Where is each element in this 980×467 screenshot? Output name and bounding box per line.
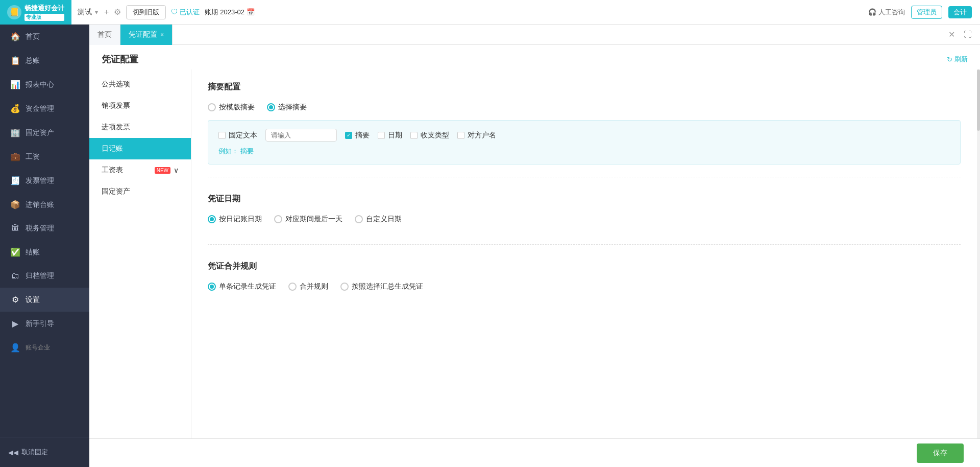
voucher-date-title: 凭证日期 [208,194,961,204]
page-header: 凭证配置 ↻ 刷新 [89,45,980,69]
tax-icon: 🏛 [10,224,20,233]
bottom-bar: 保存 [89,438,980,467]
headset-icon: 🎧 [868,8,876,16]
add-icon[interactable]: + [104,8,109,17]
payroll-icon: 💼 [10,152,20,161]
refresh-icon: ↻ [947,56,952,63]
left-nav-item-public[interactable]: 公共选项 [89,74,191,95]
refresh-btn[interactable]: ↻ 刷新 [947,55,968,64]
left-nav-item-fixed-assets[interactable]: 固定资产 [89,181,191,202]
radio-by-select-summary[interactable]: 按照选择汇总生成凭证 [340,282,423,291]
sidebar-bottom: ◀◀ 取消固定 [0,437,89,467]
sidebar-item-funds[interactable]: 💰 资金管理 [0,97,89,121]
sales-icon: 📦 [10,200,20,209]
checkbox-date[interactable]: 日期 [378,131,402,140]
radio-last-day[interactable]: 对应期间最后一天 [274,215,342,224]
checkbox-counterpart[interactable]: 对方户名 [457,131,496,140]
settings-sidebar-icon: ⚙ [10,295,20,305]
left-nav-item-journal[interactable]: 日记账 [89,138,191,159]
scrollbar-thumb [977,69,980,131]
sidebar-item-sales[interactable]: 📦 进销台账 [0,193,89,217]
sidebar-item-assets[interactable]: 🏢 固定资产 [0,121,89,145]
cancel-fixed-btn[interactable]: ◀◀ 取消固定 [0,442,89,462]
radio-by-select-circle [340,283,349,291]
radio-single-circle [208,283,216,291]
sidebar-item-tax[interactable]: 🏛 税务管理 [0,217,89,240]
checkbox-fixed-text[interactable]: 固定文本 [218,131,257,140]
left-nav-item-purchase-invoice[interactable]: 进项发票 [89,116,191,138]
example-text: 例如： 摘要 [218,147,950,156]
voucher-merge-title: 凭证合并规则 [208,261,961,272]
radio-last-day-circle [274,215,282,223]
logo-text: 畅捷通好会计 专业版 [24,4,64,21]
sidebar-item-home[interactable]: 🏠 首页 [0,25,89,49]
voucher-merge-section: 凭证合并规则 单条记录生成凭证 合并规则 [208,261,961,312]
checkbox-income-type[interactable]: 收支类型 [410,131,449,140]
content-area: 首页 凭证配置 × ✕ ⛶ 凭证配置 ↻ 刷新 [89,25,980,467]
voucher-merge-radio-group: 单条记录生成凭证 合并规则 按照选择汇总生成凭证 [208,282,961,291]
checkbox-summary[interactable]: ✓ 摘要 [345,131,370,140]
close-window-btn[interactable]: ✕ [945,29,958,41]
tab-controls: ✕ ⛶ [945,29,980,41]
user-btn[interactable]: 管理员 [911,6,942,19]
tab-close-icon[interactable]: × [160,31,164,38]
topbar: 📒 畅捷通好会计 专业版 测试 ▾ + ⚙ 切到旧版 🛡 已认证 账期 2023… [0,0,980,25]
account-period: 账期 2023-02 📅 [205,8,255,17]
save-button[interactable]: 保存 [917,443,964,463]
radio-by-journal[interactable]: 按日记账日期 [208,215,262,224]
archive-icon: 🗂 [10,271,20,281]
left-nav-item-payroll-table[interactable]: 工资表 NEW ∨ [89,159,191,181]
topbar-actions: + ⚙ 切到旧版 🛡 已认证 账期 2023-02 📅 [104,5,255,19]
summary-config-title: 摘要配置 [208,82,961,92]
sidebar-item-archive[interactable]: 🗂 归档管理 [0,264,89,288]
settings-icon[interactable]: ⚙ [114,7,121,17]
role-btn[interactable]: 会计 [948,6,972,18]
main-layout: 🏠 首页 📋 总账 📊 报表中心 💰 资金管理 🏢 固定资产 💼 工资 [0,25,980,467]
right-panel-scrollbar[interactable] [977,69,980,438]
sidebar-item-reports[interactable]: 📊 报表中心 [0,73,89,97]
checkbox-counterpart-box [457,132,464,139]
sidebar-item-closing[interactable]: ✅ 结账 [0,240,89,264]
summary-options-box: 固定文本 ✓ 摘要 日期 [208,120,961,165]
funds-icon: 💰 [10,104,20,113]
calendar-icon[interactable]: 📅 [247,8,255,16]
topbar-right: 🎧 人工咨询 管理员 会计 [868,6,972,19]
sidebar-item-invoice[interactable]: 🧾 发票管理 [0,169,89,193]
extra-icon: 👤 [10,343,20,353]
arrow-left-icon: ◀◀ [8,449,18,456]
radio-select-circle [267,103,275,111]
sidebar-scroll: 🏠 首页 📋 总账 📊 报表中心 💰 资金管理 🏢 固定资产 💼 工资 [0,25,89,437]
sidebar-item-settings[interactable]: ⚙ 设置 [0,288,89,312]
chevron-down-icon: ▾ [95,9,98,16]
checkbox-summary-box: ✓ [345,132,352,139]
invoice-icon: 🧾 [10,176,20,185]
sidebar-item-ledger[interactable]: 📋 总账 [0,49,89,73]
shield-icon: 🛡 [171,8,178,16]
sidebar-item-extra[interactable]: 👤 账号企业 [0,336,89,360]
radio-select-summary[interactable]: 选择摘要 [267,103,307,112]
radio-template-circle [208,103,216,111]
radio-merge-rule[interactable]: 合并规则 [288,282,328,291]
expand-btn[interactable]: ⛶ [962,29,974,41]
chevron-down-icon: ∨ [174,166,179,174]
sidebar-item-payroll[interactable]: 💼 工资 [0,145,89,169]
voucher-date-radio-group: 按日记账日期 对应期间最后一天 自定义日期 [208,215,961,224]
company-selector[interactable]: 测试 ▾ [78,8,98,17]
summary-options-row: 固定文本 ✓ 摘要 日期 [218,129,950,142]
left-nav-item-sales-invoice[interactable]: 销项发票 [89,95,191,116]
help-btn[interactable]: 🎧 人工咨询 [868,8,905,17]
tab-voucher-config[interactable]: 凭证配置 × [120,25,173,45]
sidebar: 🏠 首页 📋 总账 📊 报表中心 💰 资金管理 🏢 固定资产 💼 工资 [0,25,89,467]
radio-single-record[interactable]: 单条记录生成凭证 [208,282,276,291]
left-nav: 公共选项 销项发票 进项发票 日记账 工资表 NEW ∨ 固定资产 [89,69,191,438]
radio-by-journal-circle [208,215,216,223]
fixed-text-input[interactable] [265,129,337,142]
ledger-icon: 📋 [10,56,20,65]
sidebar-item-guide[interactable]: ▶ 新手引导 [0,312,89,336]
radio-template-summary[interactable]: 按模版摘要 [208,103,255,112]
certified-status: 🛡 已认证 [171,8,200,17]
switch-old-btn[interactable]: 切到旧版 [126,5,166,19]
radio-custom-circle [355,215,363,223]
tab-home[interactable]: 首页 [89,25,120,45]
radio-custom-date[interactable]: 自定义日期 [355,215,402,224]
